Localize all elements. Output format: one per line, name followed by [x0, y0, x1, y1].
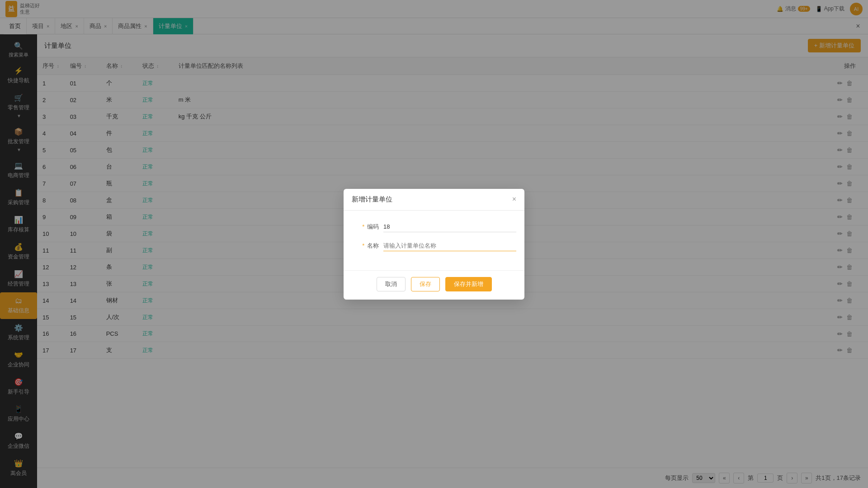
name-form-row: * 名称 [352, 240, 516, 251]
required-mark-name: * [362, 242, 364, 249]
save-and-new-button[interactable]: 保存并新增 [445, 277, 492, 291]
code-input[interactable] [383, 221, 516, 232]
code-form-row: * 编码 [352, 221, 516, 232]
modal-overlay: 新增计量单位 × * 编码 * 名称 取消 保存 保存并新增 [0, 0, 868, 488]
modal-title: 新增计量单位 [352, 195, 392, 204]
modal-close-button[interactable]: × [512, 195, 516, 203]
modal-header: 新增计量单位 × [344, 189, 524, 211]
code-label: * 编码 [352, 223, 379, 231]
required-mark-code: * [362, 223, 364, 230]
modal-footer: 取消 保存 保存并新增 [344, 270, 524, 300]
modal-body: * 编码 * 名称 [344, 211, 524, 270]
save-button[interactable]: 保存 [411, 277, 440, 291]
name-input[interactable] [383, 240, 516, 251]
cancel-button[interactable]: 取消 [377, 277, 406, 291]
name-label: * 名称 [352, 242, 379, 250]
add-unit-modal: 新增计量单位 × * 编码 * 名称 取消 保存 保存并新增 [344, 189, 524, 300]
